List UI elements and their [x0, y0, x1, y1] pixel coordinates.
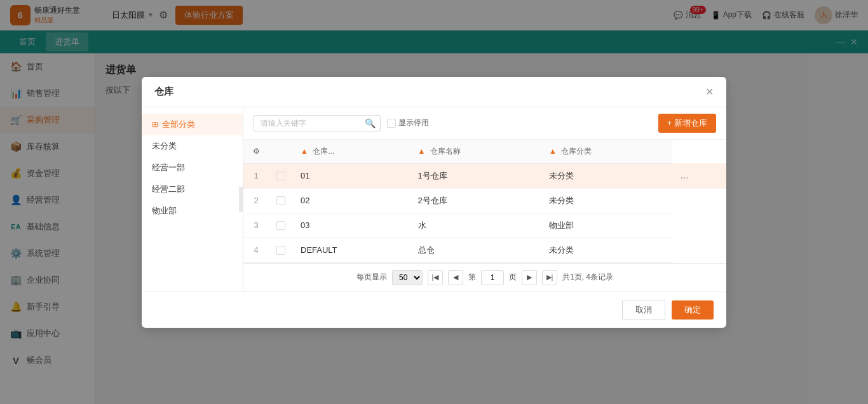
row-num: 1 [243, 163, 269, 188]
modal-body: ⊞ 全部分类 未分类 经营一部 经营二部 物业部 《 [142, 107, 726, 292]
category-ops2[interactable]: 经营二部 [142, 178, 243, 200]
row-checkbox[interactable] [276, 196, 285, 205]
row-num: 3 [243, 213, 269, 238]
per-page-label: 每页显示 [356, 272, 387, 283]
row-name: 总仓 [410, 238, 541, 262]
row-num: 4 [243, 238, 269, 262]
grid-icon: ⊞ [152, 120, 158, 129]
row-num: 2 [243, 188, 269, 213]
category-unclassified[interactable]: 未分类 [142, 135, 243, 157]
col-name: ▲ 仓库名称 [410, 140, 541, 164]
sort-icon: ▲ [418, 147, 426, 156]
col-category: ▲ 仓库分类 [541, 140, 672, 164]
row-name: 1号仓库 [410, 163, 541, 188]
col-checkbox [269, 140, 293, 164]
category-all[interactable]: ⊞ 全部分类 [142, 114, 243, 135]
per-page-select[interactable]: 50 [392, 270, 423, 285]
confirm-button[interactable]: 确定 [672, 300, 714, 320]
show-disabled-label: 显示停用 [387, 118, 429, 128]
category-label: 全部分类 [162, 119, 195, 130]
row-checkbox-cell [269, 163, 293, 188]
row-category: 物业部 [541, 213, 672, 238]
row-category: 未分类 [541, 238, 672, 262]
modal-header: 仓库 ✕ [142, 77, 726, 107]
row-name: 水 [410, 213, 541, 238]
row-code: 01 [293, 163, 410, 188]
page-label: 页 [509, 272, 517, 283]
row-checkbox-cell [269, 238, 293, 262]
row-code: DEFAULT [293, 238, 410, 262]
row-checkbox[interactable] [276, 172, 285, 180]
page-text: 第 [468, 272, 476, 283]
category-label: 物业部 [152, 205, 177, 217]
category-panel: ⊞ 全部分类 未分类 经营一部 经营二部 物业部 《 [142, 107, 243, 292]
modal-title: 仓库 [154, 86, 173, 98]
page-number-input[interactable] [481, 270, 504, 285]
table-body: 1 01 1号仓库 未分类 ... 2 02 2号仓库 未分类 3 03 水 物… [243, 163, 726, 262]
warehouse-table-wrap: ⚙ ▲ 仓库... ▲ 仓库名称 [243, 140, 726, 263]
right-panel: 🔍 显示停用 + 新增仓库 ⚙ [243, 107, 726, 292]
row-checkbox-cell [269, 188, 293, 213]
modal-overlay: 仓库 ✕ ⊞ 全部分类 未分类 经营一部 经营二部 [0, 0, 868, 404]
category-ops1[interactable]: 经营一部 [142, 157, 243, 178]
page-first-button[interactable]: |◀ [428, 270, 443, 285]
row-checkbox[interactable] [276, 246, 285, 255]
cancel-button[interactable]: 取消 [622, 300, 665, 320]
show-disabled-checkbox[interactable] [387, 119, 396, 128]
table-row[interactable]: 1 01 1号仓库 未分类 ... [243, 163, 726, 188]
row-name: 2号仓库 [410, 188, 541, 213]
modal-footer: 取消 确定 [142, 292, 726, 328]
add-warehouse-button[interactable]: + 新增仓库 [658, 114, 716, 133]
total-records-label: 共1页, 4条记录 [562, 272, 613, 283]
page-next-button[interactable]: ▶ [522, 270, 537, 285]
page-last-button[interactable]: ▶| [542, 270, 557, 285]
modal-close-button[interactable]: ✕ [705, 86, 714, 98]
col-actions: ⚙ [243, 140, 269, 164]
warehouse-table: ⚙ ▲ 仓库... ▲ 仓库名称 [243, 140, 726, 263]
row-code: 02 [293, 188, 410, 213]
table-header-row: ⚙ ▲ 仓库... ▲ 仓库名称 [243, 140, 726, 164]
search-input-wrap: 🔍 [254, 115, 381, 131]
page-prev-button[interactable]: ◀ [448, 270, 463, 285]
search-icon[interactable]: 🔍 [365, 118, 376, 128]
search-input[interactable] [254, 115, 381, 131]
row-code: 03 [293, 213, 410, 238]
row-checkbox-cell [269, 213, 293, 238]
collapse-panel-button[interactable]: 《 [239, 187, 243, 212]
row-category: 未分类 [541, 188, 672, 213]
category-property[interactable]: 物业部 [142, 200, 243, 222]
category-label: 经营一部 [152, 162, 185, 173]
search-bar: 🔍 显示停用 + 新增仓库 [243, 107, 726, 140]
table-row[interactable]: 3 03 水 物业部 [243, 213, 726, 238]
sort-icon: ▲ [301, 147, 308, 156]
show-disabled-text: 显示停用 [398, 118, 429, 128]
row-checkbox[interactable] [276, 221, 285, 230]
pagination-bar: 每页显示 50 |◀ ◀ 第 页 ▶ ▶| 共1页, 4条记录 [243, 263, 726, 292]
category-label: 经营二部 [152, 184, 185, 195]
row-action-menu[interactable]: ... [672, 163, 726, 188]
table-row[interactable]: 4 DEFAULT 总仓 未分类 [243, 238, 726, 262]
sort-icon: ▲ [549, 147, 557, 156]
col-code: ▲ 仓库... [293, 140, 410, 164]
warehouse-modal: 仓库 ✕ ⊞ 全部分类 未分类 经营一部 经营二部 [142, 77, 726, 328]
row-category: 未分类 [541, 163, 672, 188]
category-label: 未分类 [152, 140, 177, 152]
table-row[interactable]: 2 02 2号仓库 未分类 [243, 188, 726, 213]
